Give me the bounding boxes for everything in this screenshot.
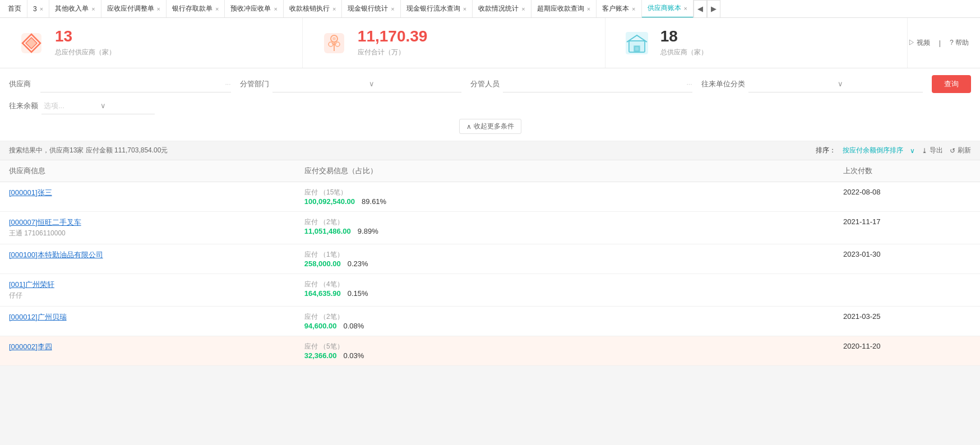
export-button[interactable]: ⤓ 导出: [922, 146, 943, 155]
balance-filter: 往来余额 选项... ∨: [9, 98, 155, 114]
ap-info-cell: 应付 （4笔）164,635.900.15%: [295, 274, 834, 307]
nav-tab-3[interactable]: 3 ×: [27, 0, 49, 18]
person-filter-label: 分管人员: [470, 79, 500, 89]
last-payment-cell: 2020-11-20: [834, 336, 980, 366]
stat-payable-suppliers-info: 13 总应付供应商（家）: [55, 29, 115, 57]
help-link[interactable]: ? 帮助: [950, 38, 969, 48]
ap-amount: 32,366.000.03%: [304, 351, 825, 360]
help-icon: ?: [950, 39, 954, 47]
refresh-label: 刷新: [958, 146, 971, 155]
nav-tab-other-income-close[interactable]: ×: [91, 6, 95, 12]
ap-amount-value[interactable]: 11,051,486.00: [304, 227, 351, 235]
category-chevron-down-icon: ∨: [835, 80, 923, 88]
sort-label: 排序：: [816, 146, 836, 155]
supplier-link[interactable]: [000007]恒旺二手叉车: [9, 218, 81, 226]
nav-tab-bank-deposit-close[interactable]: ×: [215, 6, 219, 12]
ap-amount: 11,051,486.009.89%: [304, 227, 825, 235]
ap-amount-value[interactable]: 258,000.00: [304, 259, 341, 268]
nav-tab-overdue-ar[interactable]: 超期应收款查询 ×: [531, 0, 597, 18]
nav-tab-prepay-ar-label: 预收冲应收单: [230, 4, 271, 13]
nav-tab-cash-bank-stat[interactable]: 现金银行统计 ×: [342, 0, 400, 18]
ap-amount-value[interactable]: 100,092,540.00: [304, 197, 355, 206]
last-payment-cell: 2021-11-17: [834, 212, 980, 244]
supplier-filter-dots[interactable]: ···: [225, 80, 230, 88]
ap-amount: 94,600.000.08%: [304, 322, 825, 330]
person-filter-dots[interactable]: ···: [686, 80, 692, 88]
ap-info-cell: 应付 （2笔）94,600.000.08%: [295, 307, 834, 336]
stat-total-suppliers-number: 18: [660, 29, 708, 44]
nav-right-arrow[interactable]: ▶: [707, 0, 720, 18]
nav-tab-prepay-ar[interactable]: 预收冲应收单 ×: [225, 0, 283, 18]
nav-tab-home-label: 首页: [8, 4, 21, 13]
supplier-sub-info: 仔仔: [9, 291, 286, 300]
export-icon: ⤓: [922, 147, 927, 155]
separator: |: [939, 39, 941, 47]
diamond-icon: [17, 29, 46, 58]
stat-ap-total-number: 11,170.39: [358, 29, 428, 44]
supplier-link[interactable]: [001]广州荣轩: [9, 280, 54, 289]
table-row: [001]广州荣轩仔仔应付 （4笔）164,635.900.15%: [0, 274, 980, 307]
col-header-supplier: 供应商信息: [0, 160, 295, 182]
nav-tab-prepay-ar-close[interactable]: ×: [274, 6, 277, 12]
nav-tab-customer-ledger-label: 客户账本: [602, 4, 629, 13]
last-payment-cell: 2023-01-30: [834, 244, 980, 274]
supplier-input[interactable]: [40, 76, 225, 92]
ap-amount: 258,000.000.23%: [304, 259, 825, 268]
sort-value[interactable]: 按应付余额倒序排序: [843, 146, 903, 155]
nav-tab-bank-deposit-label: 银行存取款单: [172, 4, 212, 13]
nav-tab-ar-ap-adjust[interactable]: 应收应付调整单 ×: [101, 0, 167, 18]
stat-payable-suppliers-label: 总应付供应商（家）: [55, 48, 115, 57]
supplier-link[interactable]: [000012]广州贝瑞: [9, 313, 67, 321]
ap-amount: 164,635.900.15%: [304, 289, 825, 298]
supplier-filter-label: 供应商: [9, 79, 37, 89]
person-input-wrapper: ···: [503, 76, 692, 92]
supplier-table: 供应商信息 应付交易信息（占比） 上次付数 [000001]张三应付 （15笔）…: [0, 160, 980, 366]
last-payment-cell: 2022-08-08: [834, 182, 980, 212]
video-link[interactable]: ▷ 视频: [908, 38, 930, 48]
dept-select[interactable]: ∨: [272, 76, 462, 92]
nav-tab-ar-ap-adjust-label: 应收应付调整单: [107, 4, 154, 13]
supplier-sub-info: 王通 17106110000: [9, 229, 286, 238]
balance-select[interactable]: 选项... ∨: [41, 98, 155, 114]
query-button[interactable]: 查询: [932, 75, 971, 93]
nav-tab-overdue-ar-close[interactable]: ×: [587, 6, 590, 12]
ap-amount-value[interactable]: 164,635.90: [304, 289, 341, 298]
nav-tab-other-income[interactable]: 其他收入单 ×: [49, 0, 101, 18]
nav-tab-customer-ledger-close[interactable]: ×: [632, 6, 635, 12]
nav-tab-cash-bank-flow-close[interactable]: ×: [463, 6, 466, 12]
nav-tab-payment-verify[interactable]: 收款核销执行 ×: [284, 0, 342, 18]
supplier-info-cell: [000007]恒旺二手叉车王通 17106110000: [0, 212, 295, 244]
supplier-link[interactable]: [000002]李四: [9, 342, 52, 351]
person-input[interactable]: [503, 76, 686, 92]
nav-tab-receipt-stat-close[interactable]: ×: [521, 6, 525, 12]
nav-tab-cash-bank-flow[interactable]: 现金银行流水查询 ×: [401, 0, 473, 18]
dept-chevron-down-icon: ∨: [367, 80, 461, 88]
nav-tab-customer-ledger[interactable]: 客户账本 ×: [597, 0, 641, 18]
nav-tab-3-close[interactable]: ×: [40, 6, 43, 12]
supplier-info-cell: [000100]本特勤油品有限公司: [0, 244, 295, 274]
ap-label: 应付 （2笔）: [304, 312, 825, 322]
refresh-icon: ↺: [950, 147, 955, 155]
nav-tab-receipt-stat-label: 收款情况统计: [478, 4, 519, 13]
ap-amount-value[interactable]: 32,366.00: [304, 351, 337, 360]
video-label: 视频: [917, 39, 930, 47]
table-header-row: 供应商信息 应付交易信息（占比） 上次付数: [0, 160, 980, 182]
nav-tab-supplier-ledger-label: 供应商账本: [648, 3, 681, 13]
nav-tab-ar-ap-adjust-close[interactable]: ×: [157, 6, 160, 12]
nav-tab-supplier-ledger[interactable]: 供应商账本 ×: [642, 0, 694, 18]
nav-tab-home[interactable]: 首页: [2, 0, 27, 18]
supplier-link[interactable]: [000001]张三: [9, 188, 52, 197]
nav-tab-supplier-ledger-close[interactable]: ×: [684, 5, 687, 12]
nav-tab-cash-bank-stat-close[interactable]: ×: [391, 6, 394, 12]
ap-amount-value[interactable]: 94,600.00: [304, 322, 337, 330]
nav-tab-bank-deposit[interactable]: 银行存取款单 ×: [167, 0, 225, 18]
category-select[interactable]: ∨: [748, 76, 923, 92]
video-icon: ▷: [908, 39, 915, 47]
results-summary: 搜索结果中，供应商13家 应付金额 111,703,854.00元: [9, 146, 168, 155]
collapse-button[interactable]: ∧ 收起更多条件: [459, 119, 521, 134]
nav-left-arrow[interactable]: ◀: [694, 0, 707, 18]
refresh-button[interactable]: ↺ 刷新: [950, 146, 971, 155]
nav-tab-payment-verify-close[interactable]: ×: [332, 6, 336, 12]
nav-tab-receipt-stat[interactable]: 收款情况统计 ×: [473, 0, 531, 18]
supplier-link[interactable]: [000100]本特勤油品有限公司: [9, 251, 103, 259]
